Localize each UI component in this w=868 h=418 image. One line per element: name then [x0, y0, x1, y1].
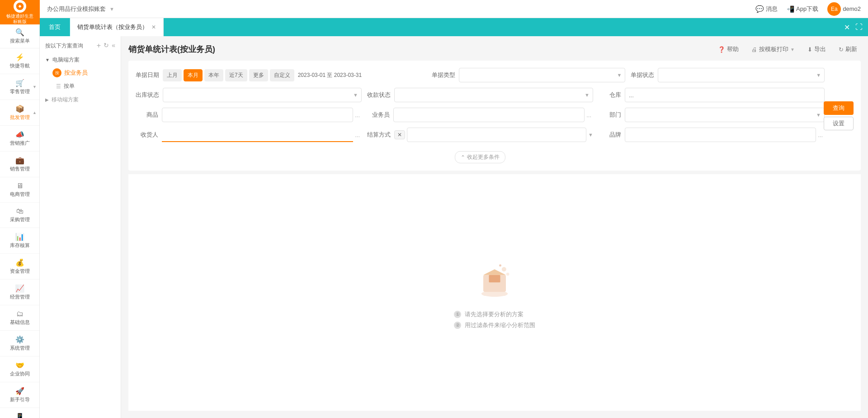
apps-icon: 📱 — [15, 413, 24, 418]
svg-rect-4 — [489, 275, 500, 282]
receive-status-select[interactable] — [394, 88, 593, 102]
tab-active[interactable]: 销货单统计表（按业务员） ✕ — [70, 18, 164, 36]
logo[interactable]: 畅捷通好生意标账版 — [0, 0, 40, 24]
help-btn[interactable]: ❓ 帮助 — [714, 43, 742, 55]
department-select[interactable] — [625, 108, 825, 122]
settlement-select[interactable] — [407, 128, 586, 142]
sidebar-item-ecommerce[interactable]: 🖥 电商管理 — [0, 177, 39, 203]
filter-row-1: 单据日期 上月 本月 本年 近7天 更多 自定义 2023-03-01 至 20… — [136, 68, 825, 82]
hint-num-1: ① — [454, 311, 461, 318]
refresh-btn[interactable]: ↻ 刷新 — [835, 43, 861, 55]
brand-input[interactable] — [625, 128, 816, 142]
logo-text: 畅捷通好生意标账版 — [6, 14, 33, 24]
desktop-section-header[interactable]: ▼ 电脑端方案 — [40, 54, 121, 66]
filter-department: 部门 ▼ — [599, 108, 825, 122]
message-btn[interactable]: 💬 消息 — [755, 5, 778, 13]
search-icon: 🔍 — [15, 28, 24, 37]
scheme-item-salesman[interactable]: 按 按业务员 — [40, 66, 121, 80]
user-profile[interactable]: Ea demo2 — [827, 2, 861, 16]
doc-type-label: 单据类型 — [432, 71, 455, 79]
svg-point-5 — [502, 267, 506, 271]
sidebar-search-label: 搜索菜单 — [10, 38, 30, 44]
hint-num-2: ② — [454, 322, 461, 329]
doc-status-select[interactable] — [658, 68, 825, 82]
scheme-item-order[interactable]: ☰ 按单 — [40, 80, 121, 92]
sidebar-item-quick-nav[interactable]: ⚡ 快捷导航 — [0, 48, 39, 74]
svg-point-6 — [506, 272, 509, 276]
sidebar-item-label: 采购管理 — [10, 216, 30, 223]
top-header: 办公用品行业模拟账套 ▼ 💬 消息 📲 App下载 Ea demo2 — [40, 0, 868, 18]
brand-dots-btn[interactable]: ... — [816, 132, 825, 138]
sidebar-item-inventory[interactable]: 📊 库存核算 — [0, 228, 39, 254]
sidebar-item-sales[interactable]: 💼 销售管理 — [0, 152, 39, 177]
main-area: 办公用品行业模拟账套 ▼ 💬 消息 📲 App下载 Ea demo2 首页 — [40, 0, 868, 418]
refresh-scheme-btn[interactable]: ↻ — [104, 42, 109, 50]
consignee-dots-btn[interactable]: ... — [353, 132, 362, 138]
doc-type-select[interactable] — [459, 68, 626, 82]
sidebar-item-marketing[interactable]: 📣 营销推广 — [0, 126, 39, 152]
sidebar-item-wholesale[interactable]: 📦 批发管理 ▲ — [0, 100, 39, 126]
warehouse-input[interactable] — [625, 88, 825, 102]
salesman-dots-btn[interactable]: ... — [585, 112, 593, 119]
settlement-tag-close[interactable]: ✕ — [397, 132, 402, 138]
breadcrumb: 办公用品行业模拟账套 — [47, 5, 106, 13]
quick-nav-icon: ⚡ — [15, 53, 24, 62]
breadcrumb-dropdown-icon[interactable]: ▼ — [109, 6, 114, 12]
collapse-label: 收起更多条件 — [467, 153, 500, 161]
consignee-input-wrap: ... — [162, 128, 362, 142]
sidebar-item-apps[interactable]: 📱 应用中心 — [0, 408, 39, 418]
sidebar-item-ops[interactable]: 📈 经营管理 — [0, 280, 39, 305]
doc-status-select-wrap: ▼ — [658, 68, 825, 82]
close-icon[interactable]: ✕ — [151, 24, 156, 30]
filter-receive-status: 收款状态 ▼ — [367, 88, 593, 102]
date-btn-more[interactable]: 更多 — [249, 69, 268, 81]
goods-input[interactable] — [162, 108, 353, 122]
close-tab-icon[interactable]: ✕ — [844, 23, 850, 32]
svg-point-7 — [499, 264, 501, 266]
template-print-btn[interactable]: 🖨 按模板打印 ▼ — [748, 43, 798, 55]
sidebar-item-basic[interactable]: 🗂 基础信息 — [0, 305, 39, 331]
salesman-label: 业务员 — [367, 111, 390, 119]
maximize-icon[interactable]: ⛶ — [855, 23, 863, 31]
warehouse-label: 仓库 — [599, 91, 621, 99]
tab-home[interactable]: 首页 — [40, 18, 70, 36]
sidebar-search[interactable]: 🔍 搜索菜单 — [0, 24, 39, 48]
settings-button[interactable]: 设置 — [824, 117, 854, 130]
filter-consignee: 收货人 ... — [136, 128, 362, 142]
collapse-btn[interactable]: ⌃ 收起更多条件 — [455, 151, 505, 163]
sidebar-item-purchase[interactable]: 🛍 采购管理 — [0, 203, 39, 228]
date-btn-this-month[interactable]: 本月 — [184, 69, 203, 81]
sidebar-item-enterprise[interactable]: 🤝 企业协同 — [0, 356, 39, 382]
salesman-input[interactable] — [393, 108, 585, 122]
add-scheme-btn[interactable]: + — [97, 42, 101, 50]
system-icon: ⚙️ — [15, 335, 24, 344]
sidebar: 畅捷通好生意标账版 🔍 搜索菜单 ⚡ 快捷导航 🛒 零售管理 ▼ 📦 批发管理 … — [0, 0, 40, 418]
sidebar-item-retail[interactable]: 🛒 零售管理 ▼ — [0, 74, 39, 100]
sidebar-item-label: 企业协同 — [10, 370, 30, 377]
sidebar-item-label: 营销推广 — [10, 140, 30, 147]
department-select-wrap: ▼ — [625, 108, 825, 122]
date-btn-7days[interactable]: 近7天 — [225, 69, 247, 81]
goods-dots-btn[interactable]: ... — [353, 112, 362, 119]
newbie-icon: 🚀 — [15, 387, 24, 395]
query-button[interactable]: 查询 — [824, 101, 854, 115]
chevron-up-icon: ▲ — [33, 110, 37, 115]
date-btn-custom[interactable]: 自定义 — [270, 69, 294, 81]
sidebar-item-system[interactable]: ⚙️ 系统管理 — [0, 331, 39, 356]
settlement-tag: ✕ — [394, 130, 405, 139]
sidebar-item-newbie[interactable]: 🚀 新手引导 — [0, 382, 39, 408]
download-icon: 📲 — [787, 5, 794, 13]
out-status-select[interactable] — [163, 88, 362, 102]
date-btn-last-month[interactable]: 上月 — [163, 69, 182, 81]
avatar: Ea — [827, 2, 841, 16]
consignee-input[interactable] — [162, 128, 353, 142]
mobile-section-header[interactable]: ▶ 移动端方案 — [40, 93, 121, 106]
app-download-btn[interactable]: 📲 App下载 — [787, 5, 818, 13]
export-btn[interactable]: ⬇ 导出 — [804, 43, 830, 55]
date-btn-this-year[interactable]: 本年 — [204, 69, 223, 81]
sidebar-item-finance[interactable]: 💰 资金管理 — [0, 254, 39, 280]
collapse-panel-btn[interactable]: « — [112, 42, 115, 50]
header-right: 💬 消息 📲 App下载 Ea demo2 — [755, 2, 861, 16]
chevron-down-icon: ▼ — [33, 85, 37, 89]
sidebar-item-label: 经营管理 — [10, 294, 30, 300]
